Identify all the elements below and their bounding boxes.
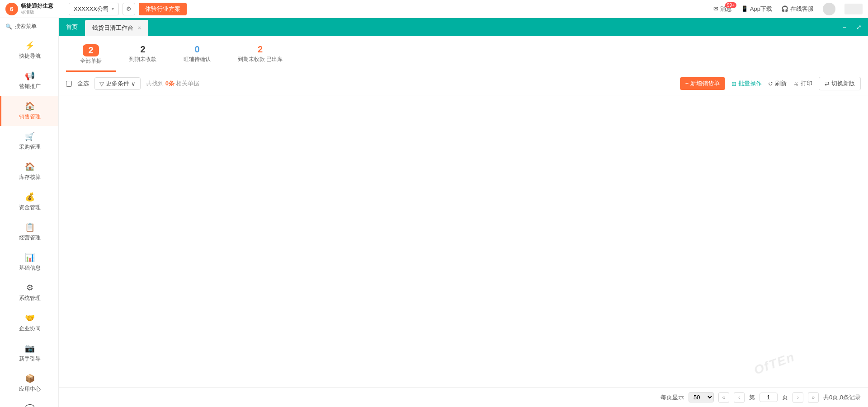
pagination: 每页显示 50 10 20 100 « ‹ 第 页 › » 共0页,0条记录 — [59, 387, 868, 407]
sidebar: 🔍 搜索菜单 ⚡ 快捷导航 📢 营销推广 🏠 销售管理 🛒 采购管理 🏠 库存核… — [0, 18, 59, 407]
stat-num-shipped: 2 — [258, 44, 263, 55]
stat-num-pending: 0 — [194, 44, 199, 55]
switch-version-button[interactable]: ⇄ 切换新版 — [819, 77, 861, 90]
table-area — [59, 95, 868, 387]
print-button[interactable]: 🖨 打印 — [793, 80, 812, 88]
app-download-button[interactable]: 📱 App下载 — [741, 5, 772, 13]
stat-num-overdue: 2 — [140, 44, 145, 55]
sidebar-item-guide[interactable]: 📷 新手引导 — [0, 338, 58, 368]
sidebar-item-label: 营销推广 — [19, 83, 41, 90]
tab-active[interactable]: 钱货日清工作台 × — [85, 20, 148, 36]
stat-num-all: 2 — [83, 44, 99, 56]
sidebar-item-operation[interactable]: 📋 经营管理 — [0, 217, 58, 247]
next-page-button[interactable]: › — [793, 392, 803, 403]
phone-icon: 📱 — [741, 5, 748, 12]
finance-icon: 💰 — [25, 192, 35, 202]
top-header: 6 畅捷通好生意 标准版 XXXXXX公司 ▾ ⚙ 体验行业方案 ✉ 消息 99… — [0, 0, 868, 18]
sidebar-item-base-info[interactable]: 📊 基础信息 — [0, 247, 58, 277]
stat-label-shipped: 到期未收款 已出库 — [238, 56, 283, 63]
sidebar-item-enterprise[interactable]: 🤝 企业协同 — [0, 308, 58, 338]
switch-icon: ⇄ — [825, 80, 830, 87]
prev-page-button[interactable]: ‹ — [734, 392, 745, 403]
sidebar-item-system[interactable]: ⚙ 系统管理 — [0, 277, 58, 308]
main-layout: 🔍 搜索菜单 ⚡ 快捷导航 📢 营销推广 🏠 销售管理 🛒 采购管理 🏠 库存核… — [0, 18, 868, 407]
sidebar-item-label: 采购管理 — [19, 143, 41, 151]
last-page-button[interactable]: » — [808, 392, 819, 403]
company-name: XXXXXX公司 — [74, 5, 109, 13]
sidebar-item-wechat[interactable]: 💬 企业微信 — [0, 398, 58, 407]
toolbar-right: + 新增销货单 ⊞ 批量操作 ↺ 刷新 🖨 打印 ⇄ — [680, 77, 861, 90]
sidebar-item-quick-nav[interactable]: ⚡ 快捷导航 — [0, 35, 58, 65]
message-button[interactable]: ✉ 消息 99+ — [713, 5, 732, 13]
settings-button[interactable]: ⚙ — [123, 3, 135, 15]
sidebar-item-finance[interactable]: 💰 资金管理 — [0, 187, 58, 217]
avatar[interactable] — [823, 3, 835, 15]
total-info: 共0页,0条记录 — [823, 393, 861, 402]
message-badge: 99+ — [725, 2, 736, 8]
tab-home[interactable]: 首页 — [59, 18, 85, 36]
wechat-icon: 💬 — [25, 404, 35, 407]
sidebar-item-label: 基础信息 — [19, 264, 41, 272]
tab-minimize-button[interactable]: − — [839, 22, 850, 33]
page-label-end: 页 — [782, 393, 788, 402]
logo-text: 畅捷通好生意 标准版 — [21, 3, 53, 14]
filter-chevron-icon: ∨ — [131, 80, 136, 87]
operation-icon: 📋 — [25, 222, 35, 232]
sidebar-item-label: 快捷导航 — [19, 52, 41, 60]
stat-tab-shipped[interactable]: 2 到期未收款 已出库 — [224, 41, 296, 72]
batch-operation-button[interactable]: ⊞ 批量操作 — [731, 80, 762, 88]
enterprise-icon: 🤝 — [25, 313, 35, 323]
first-page-button[interactable]: « — [718, 392, 729, 403]
found-text: 共找到 0条 相关单据 — [146, 80, 199, 88]
base-info-icon: 📊 — [25, 253, 35, 262]
stat-label-all: 全部单据 — [80, 57, 102, 65]
marketing-icon: 📢 — [25, 71, 35, 81]
stat-label-overdue: 到期未收款 — [129, 56, 156, 63]
tab-controls: − ⤢ — [839, 18, 868, 36]
search-menu-label: 搜索菜单 — [15, 23, 37, 30]
stat-tab-all[interactable]: 2 全部单据 — [66, 41, 116, 72]
stat-tab-overdue[interactable]: 2 到期未收款 — [116, 41, 170, 72]
found-count: 0条 — [165, 80, 175, 87]
tab-bar: 首页 钱货日清工作台 × − ⤢ — [59, 18, 868, 36]
stat-tab-pending[interactable]: 0 旺辅待确认 — [170, 41, 224, 72]
message-icon: ✉ — [713, 5, 718, 12]
chevron-down-icon: ▾ — [112, 6, 114, 11]
sidebar-item-sales[interactable]: 🏠 销售管理 — [0, 96, 58, 126]
toolbar: 全选 ▽ 更多条件 ∨ 共找到 0条 相关单据 + 新增销货单 ⊞ 批量操作 — [59, 72, 868, 95]
user-name-area[interactable] — [844, 4, 863, 14]
content-area: 首页 钱货日清工作台 × − ⤢ 2 全部单据 2 到期未收款 — [59, 18, 868, 407]
inventory-icon: 🏠 — [25, 162, 35, 172]
system-icon: ⚙ — [26, 283, 33, 293]
select-all-checkbox[interactable] — [66, 81, 72, 87]
app-center-icon: 📦 — [25, 374, 35, 384]
filter-button[interactable]: ▽ 更多条件 ∨ — [94, 77, 141, 90]
sales-icon: 🏠 — [25, 101, 35, 111]
tab-maximize-button[interactable]: ⤢ — [854, 22, 864, 33]
gear-icon: ⚙ — [126, 5, 132, 12]
search-menu-button[interactable]: 🔍 搜索菜单 — [0, 18, 58, 35]
sidebar-item-label: 应用中心 — [19, 385, 41, 393]
sidebar-item-purchase[interactable]: 🛒 采购管理 — [0, 126, 58, 156]
sidebar-item-label: 资金管理 — [19, 204, 41, 211]
sidebar-item-label: 销售管理 — [19, 113, 41, 121]
header-right: ✉ 消息 99+ 📱 App下载 🎧 在线客服 — [713, 3, 863, 15]
company-selector[interactable]: XXXXXX公司 ▾ — [69, 3, 119, 15]
refresh-button[interactable]: ↺ 刷新 — [768, 80, 787, 88]
guide-icon: 📷 — [25, 343, 35, 353]
stats-tabs: 2 全部单据 2 到期未收款 0 旺辅待确认 2 到期未收款 已出库 — [59, 36, 868, 72]
online-service-button[interactable]: 🎧 在线客服 — [781, 5, 814, 13]
sidebar-item-marketing[interactable]: 📢 营销推广 — [0, 65, 58, 96]
page-input[interactable] — [760, 393, 778, 402]
tab-close-icon[interactable]: × — [138, 25, 141, 31]
logo-area: 6 畅捷通好生意 标准版 — [5, 3, 64, 15]
sidebar-item-app-center[interactable]: 📦 应用中心 — [0, 368, 58, 398]
sidebar-item-inventory[interactable]: 🏠 库存核算 — [0, 156, 58, 187]
experience-button[interactable]: 体验行业方案 — [139, 3, 187, 15]
per-page-select[interactable]: 50 10 20 100 — [689, 392, 714, 402]
page-label: 第 — [749, 393, 755, 402]
sidebar-item-label: 库存核算 — [19, 173, 41, 181]
new-sales-order-button[interactable]: + 新增销货单 — [680, 77, 725, 90]
stat-label-pending: 旺辅待确认 — [184, 56, 211, 63]
sidebar-item-label: 系统管理 — [19, 295, 41, 302]
